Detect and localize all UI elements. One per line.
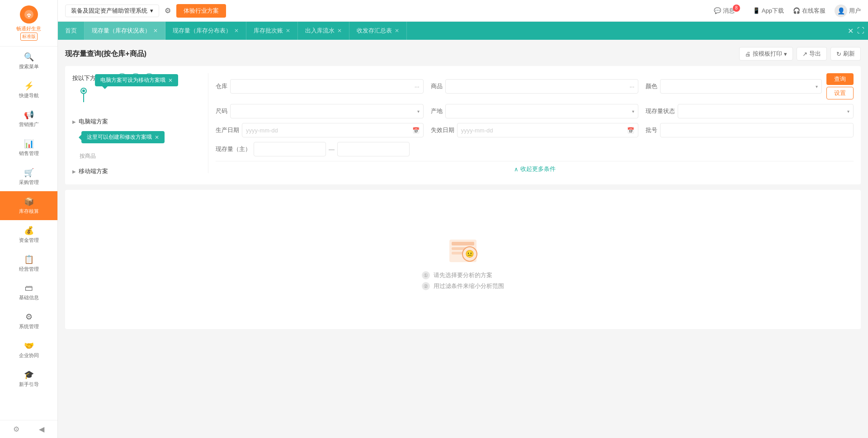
logo-icon <box>20 5 38 24</box>
guide-icon: 🎓 <box>24 370 34 380</box>
prod-date-field: 生产日期 yyyy-mm-dd 📅 <box>216 123 424 137</box>
sidebar-item-system[interactable]: ⚙ 系统管理 <box>0 306 57 335</box>
tooltip1-close[interactable]: ✕ <box>168 77 173 84</box>
tab-inout[interactable]: 出入库流水 ✕ <box>298 22 349 40</box>
expiry-date-field: 失效日期 yyyy-mm-dd 📅 <box>431 123 639 137</box>
tooltip1-text: 电脑方案可设为移动方案哦 <box>100 76 165 84</box>
tab-home-label: 首页 <box>65 27 77 35</box>
collapse-sidebar-btn[interactable]: ◀ <box>39 425 44 433</box>
system-select[interactable]: 装备及固定资产辅助管理系统 ▾ <box>65 5 159 17</box>
sidebar-item-search[interactable]: 🔍 搜索菜单 <box>0 47 57 75</box>
svg-rect-3 <box>452 242 474 245</box>
goods-field: 商品 ··· <box>431 73 639 99</box>
tab-stock-status-close[interactable]: ✕ <box>153 28 158 34</box>
more-dots-icon: ··· <box>415 83 420 90</box>
tab-stock-dist[interactable]: 现存量（库存分布表） ✕ <box>165 22 246 40</box>
expiry-date-input[interactable]: yyyy-mm-dd 📅 <box>457 123 639 137</box>
sidebar-item-label: 营销推广 <box>19 121 39 128</box>
tab-batch[interactable]: 库存批次账 ✕ <box>246 22 298 40</box>
prod-date-label: 生产日期 <box>216 126 239 134</box>
warehouse-label: 仓库 <box>216 82 227 90</box>
enterprise-icon: 🤝 <box>24 341 34 351</box>
color-select[interactable]: ▾ <box>660 79 822 94</box>
app-download-label: App下载 <box>762 7 784 15</box>
avatar: 👤 <box>835 5 847 17</box>
online-support-item[interactable]: 🎧 在线客服 <box>793 7 826 15</box>
collapse-btn[interactable]: ∧ 收起更多条件 <box>216 161 854 173</box>
tooltip2-text: 这里可以创建和修改方案哦 <box>87 133 152 141</box>
size-chevron-icon: ▾ <box>417 109 420 114</box>
stock-min-input[interactable] <box>254 142 326 156</box>
search-button[interactable]: 查询 <box>826 73 854 85</box>
warehouse-field: 仓库 ··· <box>216 73 424 99</box>
step1-text: 请先选择要分析的方案 <box>434 271 492 279</box>
chevron-down-icon: ▾ <box>150 7 153 14</box>
reset-button[interactable]: 设置 <box>826 87 854 99</box>
finance-icon: 💰 <box>24 226 34 235</box>
collapse-label: 收起更多条件 <box>520 165 556 173</box>
empty-step-1: ① 请先选择要分析的方案 <box>422 271 504 279</box>
sidebar-item-enterprise[interactable]: 🤝 企业协同 <box>0 335 57 364</box>
page-actions: 🖨 按模板打印 ▾ ↗ 导出 ↻ 刷新 <box>739 47 861 61</box>
batch-input[interactable] <box>660 123 854 137</box>
sidebar-item-marketing[interactable]: 📢 营销推广 <box>0 104 57 133</box>
notification-icon: 💬 <box>714 7 721 14</box>
tab-stock-dist-close[interactable]: ✕ <box>234 28 239 34</box>
scheme-desktop-label: 电脑端方案 <box>79 118 108 126</box>
svg-point-1 <box>28 15 30 17</box>
prod-date-input[interactable]: yyyy-mm-dd 📅 <box>242 123 424 137</box>
notification-badge: 8 <box>733 5 740 12</box>
scheme-mobile-item[interactable]: ▶ 移动端方案 <box>72 165 208 177</box>
tab-inout-close[interactable]: ✕ <box>337 28 342 34</box>
stock-status-select[interactable]: ▾ <box>678 104 854 118</box>
sidebar-item-basic[interactable]: 🗃 基础信息 <box>0 278 57 306</box>
purchase-icon: 🛒 <box>24 168 34 178</box>
online-support-label: 在线客服 <box>802 7 826 15</box>
scheme-desktop-item[interactable]: ▶ 电脑端方案 <box>72 116 208 127</box>
app-download-item[interactable]: 📱 App下载 <box>753 7 784 15</box>
quick-icon: ⚡ <box>24 81 34 91</box>
tab-summary-close[interactable]: ✕ <box>395 28 399 34</box>
print-label: 按模板打印 <box>753 50 782 58</box>
arrow-right-icon: ▶ <box>72 119 76 124</box>
refresh-label: 刷新 <box>843 50 855 58</box>
close-all-tabs-btn[interactable]: ✕ <box>848 27 854 35</box>
goods-input[interactable]: ··· <box>445 79 639 94</box>
tab-batch-close[interactable]: ✕ <box>286 28 290 34</box>
scheme-category-item[interactable]: 按商品 <box>72 151 208 162</box>
origin-select[interactable]: ▾ <box>445 104 639 118</box>
notification-item[interactable]: 💬 消息 8 <box>714 7 744 15</box>
settings-icon[interactable]: ⚙ <box>165 6 171 15</box>
tab-stock-dist-label: 现存量（库存分布表） <box>173 27 231 35</box>
tab-stock-status[interactable]: 现存量（库存状况表） ✕ <box>85 22 165 40</box>
sidebar-item-sales[interactable]: 📊 销售管理 <box>0 133 57 162</box>
sidebar-item-purchase[interactable]: 🛒 采购管理 <box>0 162 57 191</box>
prod-date-placeholder: yyyy-mm-dd <box>246 127 278 134</box>
plan-button[interactable]: 体验行业方案 <box>176 4 226 18</box>
print-button[interactable]: 🖨 按模板打印 ▾ <box>739 47 793 61</box>
arrow-right-icon2: ▶ <box>72 169 76 174</box>
expand-tabs-btn[interactable]: ⛶ <box>857 27 864 35</box>
export-button[interactable]: ↗ 导出 <box>797 47 827 61</box>
tab-summary[interactable]: 收发存汇总表 ✕ <box>349 22 407 40</box>
origin-chevron-icon: ▾ <box>632 109 634 114</box>
export-icon: ↗ <box>802 51 807 57</box>
tab-home[interactable]: 首页 <box>58 22 85 40</box>
user-item[interactable]: 👤 用户 <box>835 5 861 17</box>
scheme-category-text: 按商品 <box>80 152 96 160</box>
sidebar-item-inventory[interactable]: 📦 库存核算 <box>0 191 57 220</box>
stock-max-input[interactable] <box>337 142 410 156</box>
refresh-button[interactable]: ↻ 刷新 <box>830 47 861 61</box>
empty-illustration: 😐 <box>440 226 486 271</box>
origin-label: 产地 <box>431 107 443 115</box>
system-icon: ⚙ <box>25 312 33 322</box>
size-select[interactable]: ▾ <box>230 104 424 118</box>
sidebar-item-guide[interactable]: 🎓 新手引导 <box>0 364 57 393</box>
warehouse-input[interactable]: ··· <box>230 79 424 94</box>
printer-icon: 🖨 <box>745 51 751 57</box>
sidebar-item-management[interactable]: 📋 经营管理 <box>0 249 57 278</box>
sidebar-item-quick[interactable]: ⚡ 快捷导航 <box>0 75 57 104</box>
settings-footer-btn[interactable]: ⚙ <box>13 425 19 433</box>
tooltip2-close[interactable]: ✕ <box>155 134 159 141</box>
sidebar-item-finance[interactable]: 💰 资金管理 <box>0 220 57 249</box>
